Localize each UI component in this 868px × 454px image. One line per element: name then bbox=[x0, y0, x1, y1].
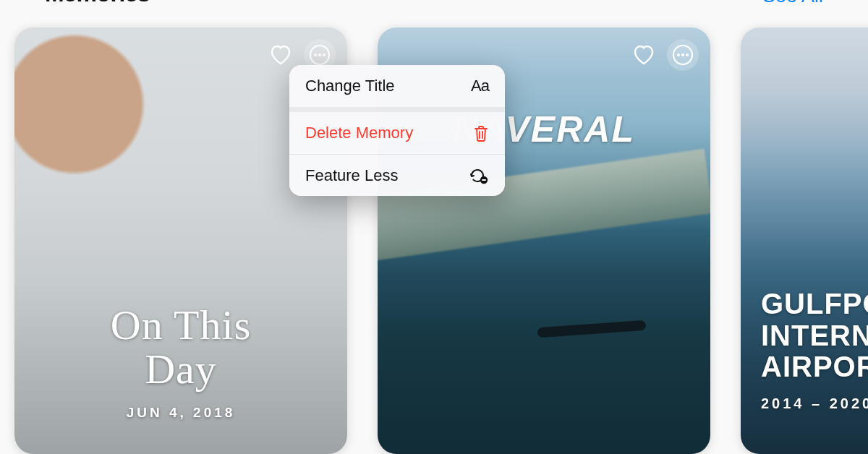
svg-point-5 bbox=[677, 53, 680, 56]
svg-point-3 bbox=[323, 53, 326, 56]
memory-title-line: On This bbox=[14, 304, 347, 348]
ellipsis-circle-icon bbox=[672, 44, 694, 66]
memory-card[interactable]: GULFPORT INTERNAT AIRPORT 2014 – 2020 bbox=[741, 27, 868, 454]
text-format-icon: Aa bbox=[471, 77, 489, 95]
card-actions bbox=[628, 39, 699, 71]
context-menu: Change Title Aa Delete Memory Feature Le… bbox=[289, 65, 505, 196]
heart-icon bbox=[633, 45, 655, 65]
menu-item-delete-memory[interactable]: Delete Memory bbox=[289, 112, 505, 154]
see-all-link[interactable]: See All bbox=[762, 0, 823, 7]
heart-icon bbox=[270, 45, 292, 65]
menu-separator bbox=[289, 107, 505, 112]
memory-subtitle: 2014 – 2020 bbox=[761, 395, 868, 412]
memory-subtitle: JUN 4, 2018 bbox=[14, 405, 347, 421]
menu-item-label: Feature Less bbox=[305, 166, 398, 185]
ellipsis-circle-icon bbox=[309, 44, 331, 66]
memory-title-line: INTERNAT bbox=[761, 320, 868, 351]
svg-point-1 bbox=[314, 53, 317, 56]
menu-item-feature-less[interactable]: Feature Less bbox=[289, 154, 505, 196]
trash-icon bbox=[473, 124, 489, 142]
svg-rect-9 bbox=[482, 179, 486, 181]
memory-title-block: GULFPORT INTERNAT AIRPORT 2014 – 2020 bbox=[761, 288, 868, 412]
more-button[interactable] bbox=[667, 39, 699, 71]
menu-item-change-title[interactable]: Change Title Aa bbox=[289, 65, 505, 107]
memory-title-block: On This Day JUN 4, 2018 bbox=[14, 304, 347, 421]
favorite-button[interactable] bbox=[265, 39, 297, 71]
memory-title-line: Day bbox=[14, 348, 347, 392]
section-title: Memories bbox=[45, 0, 150, 7]
svg-point-2 bbox=[318, 53, 321, 56]
feature-less-icon bbox=[469, 167, 489, 184]
menu-item-label: Change Title bbox=[305, 77, 395, 95]
favorite-button[interactable] bbox=[628, 39, 660, 71]
svg-point-7 bbox=[686, 53, 689, 56]
section-header: Memories See All bbox=[0, 0, 868, 7]
decorative-jetty bbox=[537, 320, 646, 338]
memory-title-line: GULFPORT bbox=[761, 288, 868, 320]
svg-point-6 bbox=[681, 53, 684, 56]
memory-title-line: AIRPORT bbox=[761, 351, 868, 382]
menu-item-label: Delete Memory bbox=[305, 124, 413, 142]
